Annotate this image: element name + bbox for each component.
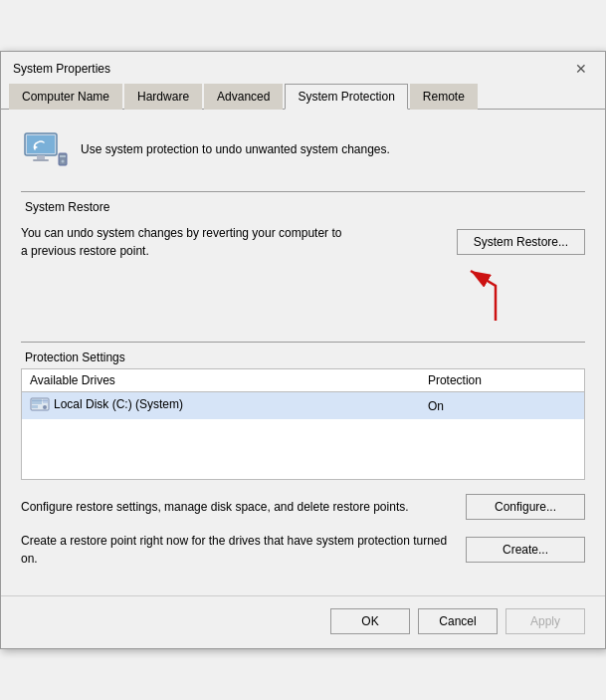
svg-rect-5 xyxy=(59,153,67,165)
create-description: Create a restore point right now for the… xyxy=(21,532,454,568)
tab-advanced[interactable]: Advanced xyxy=(204,84,283,110)
tab-bar: Computer Name Hardware Advanced System P… xyxy=(1,84,605,110)
protection-settings-group: Protection Settings Available Drives Pro… xyxy=(21,342,585,480)
svg-rect-14 xyxy=(32,400,48,401)
drive-name: Local Disk (C:) (System) xyxy=(22,392,420,420)
ok-button[interactable]: OK xyxy=(330,608,410,634)
svg-rect-1 xyxy=(27,135,55,153)
system-restore-description: You can undo system changes by reverting… xyxy=(21,224,349,260)
svg-rect-11 xyxy=(32,405,38,408)
dialog-footer: OK Cancel Apply xyxy=(1,595,605,648)
system-restore-group: System Restore You can undo system chang… xyxy=(21,191,585,326)
system-restore-section: You can undo system changes by reverting… xyxy=(21,214,585,270)
tab-hardware[interactable]: Hardware xyxy=(124,84,202,110)
table-empty-row xyxy=(22,419,585,479)
svg-rect-2 xyxy=(37,155,45,159)
window-title: System Properties xyxy=(13,62,110,76)
drive-protection: On xyxy=(420,392,585,420)
tab-remote[interactable]: Remote xyxy=(410,84,478,110)
svg-rect-10 xyxy=(32,399,42,404)
configure-description: Configure restore settings, manage disk … xyxy=(21,498,454,516)
svg-point-13 xyxy=(43,405,47,409)
system-protection-icon xyxy=(21,125,69,173)
col-protection: Protection xyxy=(420,369,585,392)
create-button[interactable]: Create... xyxy=(466,537,585,563)
configure-button[interactable]: Configure... xyxy=(466,494,585,520)
cancel-button[interactable]: Cancel xyxy=(418,608,498,634)
header-description: Use system protection to undo unwanted s… xyxy=(81,140,390,158)
tab-content: Use system protection to undo unwanted s… xyxy=(1,110,605,595)
header-section: Use system protection to undo unwanted s… xyxy=(21,125,585,173)
arrow-annotation xyxy=(21,266,585,326)
system-restore-button[interactable]: System Restore... xyxy=(457,229,585,255)
table-row[interactable]: Local Disk (C:) (System) On xyxy=(22,392,585,420)
title-bar: System Properties ✕ xyxy=(1,52,605,84)
protection-settings-label: Protection Settings xyxy=(21,350,129,364)
hard-drive-icon xyxy=(30,396,50,412)
svg-rect-6 xyxy=(60,155,66,157)
system-properties-window: System Properties ✕ Computer Name Hardwa… xyxy=(0,51,606,649)
tab-system-protection[interactable]: System Protection xyxy=(285,84,407,110)
svg-rect-3 xyxy=(33,159,49,161)
close-button[interactable]: ✕ xyxy=(569,60,593,78)
col-available-drives: Available Drives xyxy=(22,369,420,392)
tab-computer-name[interactable]: Computer Name xyxy=(9,84,122,110)
drive-label: Local Disk (C:) (System) xyxy=(54,397,183,411)
configure-row: Configure restore settings, manage disk … xyxy=(21,494,585,520)
create-row: Create a restore point right now for the… xyxy=(21,532,585,568)
system-restore-label: System Restore xyxy=(21,200,113,214)
drive-icon-container: Local Disk (C:) (System) xyxy=(30,396,183,412)
svg-point-7 xyxy=(62,160,65,163)
arrow-icon xyxy=(426,266,525,326)
drives-table: Available Drives Protection xyxy=(21,368,585,480)
apply-button: Apply xyxy=(505,608,585,634)
